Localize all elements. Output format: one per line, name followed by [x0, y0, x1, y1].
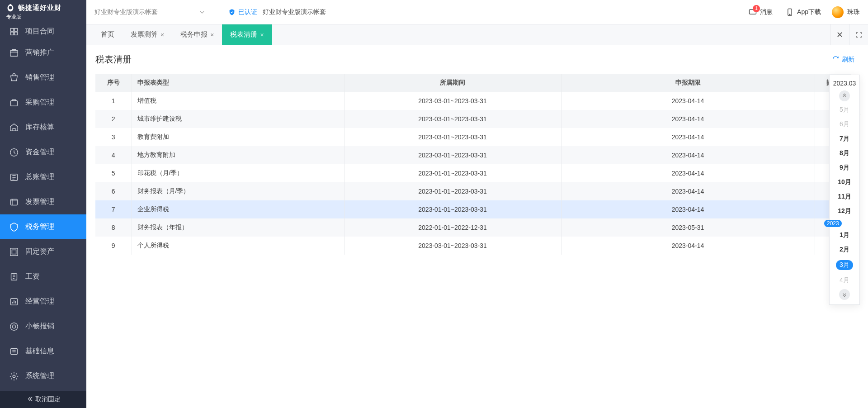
month-item-label: 2月: [840, 246, 849, 253]
sidebar-item-8[interactable]: 税务管理: [0, 214, 86, 239]
nav-icon: [9, 48, 19, 58]
tab-3[interactable]: 税表清册×: [222, 24, 272, 45]
month-item[interactable]: 9月: [830, 162, 859, 174]
cell-type: 财务报表（月/季）: [132, 182, 344, 200]
month-item[interactable]: 10月: [830, 176, 859, 188]
fullscreen-button[interactable]: [849, 24, 868, 45]
cell-type: 城市维护建设税: [132, 110, 344, 128]
tab-1[interactable]: 发票测算×: [123, 24, 172, 45]
download-button[interactable]: App下载: [785, 8, 821, 17]
tab-close-icon[interactable]: ×: [160, 31, 164, 38]
sidebar-item-label: 经营管理: [25, 297, 54, 306]
sidebar-item-label: 基础信息: [25, 346, 54, 356]
svg-rect-4: [10, 50, 18, 56]
sidebar-item-0[interactable]: 项目合同: [0, 27, 86, 40]
nav-icon: [9, 123, 19, 133]
messages-label: 消息: [760, 8, 773, 16]
table-row[interactable]: 7企业所得税2023-01-01~2023-03-312023-04-14: [95, 200, 851, 218]
month-panel: 2023.03 5月6月7月8月9月10月11月12月20231月2月3月4月: [829, 75, 860, 305]
nav-icon: [9, 371, 19, 381]
tab-0[interactable]: 首页: [93, 24, 123, 45]
sidebar-item-13[interactable]: 基础信息: [0, 339, 86, 364]
sidebar-unpin-button[interactable]: 取消固定: [0, 391, 86, 408]
month-item[interactable]: 12月: [830, 205, 859, 217]
month-item[interactable]: 6月: [830, 119, 859, 130]
month-item[interactable]: 5月: [830, 104, 859, 116]
user-avatar[interactable]: [832, 6, 844, 18]
tab-2[interactable]: 税务申报×: [172, 24, 222, 45]
cell-due: 2023-04-14: [561, 200, 815, 218]
th-due: 申报期限: [561, 74, 815, 92]
messages-button[interactable]: 1 消息: [748, 8, 773, 17]
cell-seq: 7: [95, 200, 132, 218]
sidebar-item-12[interactable]: 小畅报销: [0, 314, 86, 339]
table-row[interactable]: 2城市维护建设税2023-03-01~2023-03-312023-04-14: [95, 110, 851, 128]
sidebar-item-10[interactable]: 工资: [0, 264, 86, 289]
sidebar-item-1[interactable]: 营销推广: [0, 40, 86, 65]
sidebar-item-7[interactable]: 发票管理: [0, 190, 86, 214]
svg-rect-1: [14, 28, 17, 31]
table-row[interactable]: 8财务报表（年报）2022-01-01~2022-12-312023-05-31: [95, 218, 851, 237]
svg-point-15: [13, 375, 15, 378]
account-select[interactable]: 好业财专业版演示帐套: [94, 8, 206, 16]
sidebar-item-3[interactable]: 采购管理: [0, 90, 86, 115]
month-item-label: 3月: [836, 260, 853, 270]
month-item[interactable]: 7月: [830, 133, 859, 145]
table-row[interactable]: 4地方教育附加2023-03-01~2023-03-312023-04-14: [95, 146, 851, 164]
sidebar-item-11[interactable]: 经营管理: [0, 289, 86, 314]
month-item[interactable]: 2月: [830, 244, 859, 256]
month-item-label: 5月: [840, 106, 849, 113]
sidebar-item-2[interactable]: 销售管理: [0, 65, 86, 90]
sidebar-item-label: 营销推广: [25, 48, 54, 57]
cell-due: 2023-05-31: [561, 218, 815, 237]
table-row[interactable]: 5印花税（月/季）2023-01-01~2023-03-312023-04-14: [95, 164, 851, 182]
cell-period: 2023-01-01~2023-03-31: [344, 200, 561, 218]
cell-period: 2023-03-01~2023-03-31: [344, 237, 561, 255]
sidebar-item-label: 采购管理: [25, 98, 54, 107]
topbar: 好业财专业版演示帐套 已认证 好业财专业版演示帐套 1 消息 App下载 珠珠: [86, 0, 868, 24]
cell-seq: 1: [95, 92, 132, 110]
month-item-label: 8月: [840, 149, 849, 157]
account-name: 好业财专业版演示帐套: [263, 8, 326, 16]
sidebar-footer-label: 取消固定: [35, 395, 61, 403]
nav-icon: [9, 147, 19, 157]
table-header-row: 序号 申报表类型 所属期间 申报期限 操作: [95, 74, 851, 92]
month-item[interactable]: 3月: [830, 258, 859, 272]
table-row[interactable]: 6财务报表（月/季）2023-01-01~2023-03-312023-04-1…: [95, 182, 851, 200]
month-scroll-up[interactable]: [839, 90, 850, 101]
chevron-down-icon: [198, 9, 206, 16]
svg-rect-3: [14, 32, 17, 35]
month-item[interactable]: 11月: [830, 191, 859, 203]
month-item[interactable]: 4月: [830, 275, 859, 286]
svg-rect-9: [10, 248, 18, 256]
table-row[interactable]: 3教育费附加2023-03-01~2023-03-312023-04-14: [95, 128, 851, 146]
nav-icon: [9, 98, 19, 108]
brand-edition: 专业版: [5, 14, 81, 20]
sidebar-item-label: 销售管理: [25, 73, 54, 82]
table: 序号 申报表类型 所属期间 申报期限 操作 1增值税2023-03-01~202…: [95, 74, 851, 255]
cell-due: 2023-04-14: [561, 146, 815, 164]
month-item-label: 4月: [840, 276, 849, 284]
tabs-close-button[interactable]: ✕: [830, 24, 849, 45]
month-scroll-down[interactable]: [839, 289, 850, 300]
nav-icon: [9, 247, 19, 257]
table-row[interactable]: 9个人所得税2023-03-01~2023-03-312023-04-14: [95, 237, 851, 255]
cell-period: 2023-03-01~2023-03-31: [344, 128, 561, 146]
month-item-label: 1月: [840, 231, 849, 238]
table-row[interactable]: 1增值税2023-03-01~2023-03-312023-04-14: [95, 92, 851, 110]
month-item[interactable]: 8月: [830, 147, 859, 159]
sidebar-item-9[interactable]: 固定资产: [0, 239, 86, 264]
sidebar-item-5[interactable]: 资金管理: [0, 140, 86, 165]
month-item[interactable]: 1月: [830, 229, 859, 241]
nav-icon: [9, 172, 19, 182]
sidebar-item-14[interactable]: 系统管理: [0, 364, 86, 389]
cell-period: 2022-01-01~2022-12-31: [344, 218, 561, 237]
sidebar-item-6[interactable]: 总账管理: [0, 165, 86, 190]
user-name[interactable]: 珠珠: [847, 8, 860, 16]
brand-name: 畅捷通好业财: [18, 4, 61, 12]
refresh-button[interactable]: 刷新: [832, 56, 854, 64]
sidebar-item-4[interactable]: 库存核算: [0, 115, 86, 140]
sidebar: 畅捷通好业财 专业版 项目合同营销推广销售管理采购管理库存核算资金管理总账管理发…: [0, 0, 86, 408]
tab-close-icon[interactable]: ×: [260, 31, 264, 38]
tab-close-icon[interactable]: ×: [210, 31, 214, 38]
